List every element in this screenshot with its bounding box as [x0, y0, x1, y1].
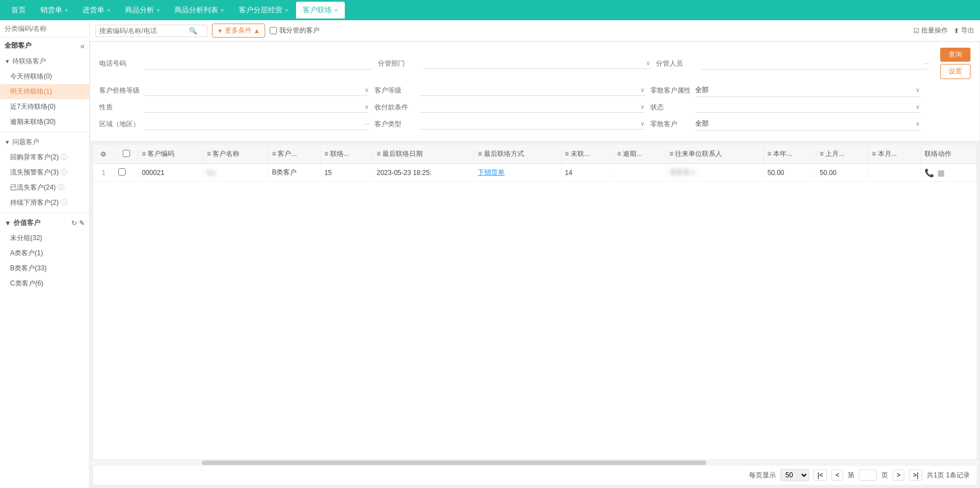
- batch-action-btn[interactable]: ☑ 批量操作: [913, 26, 948, 35]
- close-purchase-icon[interactable]: ×: [107, 7, 110, 13]
- close-customer-contact-icon[interactable]: ×: [334, 7, 338, 13]
- sidebar: 🔍 全部客户 « ▼ 待联络客户 今天待联络(0) 明天待联络(1) 近7天待联…: [0, 20, 90, 488]
- filter-price-level-select[interactable]: ∨: [144, 85, 369, 96]
- edit-icon[interactable]: ✎: [79, 219, 85, 227]
- sidebar-item-b-class[interactable]: B类客户(33): [0, 261, 89, 276]
- filter-dept: 分管部门 ∨: [378, 58, 651, 69]
- customer-code: 000021: [138, 164, 204, 182]
- close-customer-tier-icon[interactable]: ×: [285, 7, 288, 13]
- th-overdue[interactable]: ≡ 逾期...: [613, 145, 665, 164]
- last-contact-link[interactable]: 下销货单: [478, 168, 505, 176]
- sidebar-search-input[interactable]: [4, 25, 89, 33]
- filter-nature-label: 性质: [99, 103, 144, 112]
- filter-nature-select[interactable]: ∨: [144, 102, 369, 113]
- th-last-month[interactable]: ≡ 上月...: [816, 145, 868, 164]
- my-customer-toggle[interactable]: 我分管的客户: [270, 26, 320, 35]
- th-contacts[interactable]: ≡ 往来单位联系人: [666, 145, 764, 164]
- nav-item-analysis-list[interactable]: 商品分析列表 ×: [168, 2, 230, 19]
- sidebar-group-pending[interactable]: ▼ 待联络客户: [0, 54, 89, 69]
- toolbar-right: ☑ 批量操作 ⬆ 导出: [913, 26, 974, 35]
- my-customer-checkbox[interactable]: [270, 27, 277, 34]
- row-checkbox[interactable]: [118, 168, 126, 176]
- table-actions: 📞 ▦: [924, 168, 973, 177]
- th-last-date[interactable]: ≡ 最后联络日期: [373, 145, 474, 164]
- next-page-btn[interactable]: >: [893, 469, 904, 481]
- close-sales-icon[interactable]: ×: [64, 7, 68, 13]
- row-checkbox-cell: [114, 164, 138, 182]
- filter-retail-attr-select[interactable]: 全部 ∨: [695, 84, 920, 97]
- filter-payment-select[interactable]: ∨: [419, 102, 644, 113]
- sidebar-all-customers[interactable]: 全部客户 «: [0, 38, 89, 54]
- close-analysis-list-icon[interactable]: ×: [220, 7, 224, 13]
- filter-region-input[interactable]: ···: [144, 118, 369, 130]
- sidebar-item-declining[interactable]: 持续下滑客户(2) ⓘ: [0, 195, 89, 210]
- sidebar-item-churned[interactable]: 已流失客户(24) ⓘ: [0, 180, 89, 195]
- sidebar-group-problem[interactable]: ▼ 问题客户: [0, 135, 89, 150]
- close-analysis-icon[interactable]: ×: [156, 7, 160, 13]
- th-last-method[interactable]: ≡ 最后联络方式: [474, 145, 561, 164]
- main-layout: 🔍 全部客户 « ▼ 待联络客户 今天待联络(0) 明天待联络(1) 近7天待联…: [0, 20, 980, 488]
- setting-btn[interactable]: 设置: [940, 64, 970, 79]
- th-contact-count[interactable]: ≡ 联络...: [321, 145, 373, 164]
- search-input[interactable]: [99, 27, 189, 35]
- filter-manager-select[interactable]: ···: [701, 58, 929, 70]
- nav-home[interactable]: 首页: [4, 2, 33, 19]
- export-btn[interactable]: ⬆ 导出: [954, 26, 974, 35]
- th-uncontacted[interactable]: ≡ 未联...: [561, 145, 613, 164]
- last-page-btn[interactable]: >|: [909, 469, 922, 481]
- scrollbar-thumb[interactable]: [202, 461, 706, 465]
- th-gear[interactable]: ⚙: [93, 145, 114, 164]
- per-page-select[interactable]: 50 100 200: [780, 469, 809, 481]
- first-page-btn[interactable]: |<: [813, 469, 827, 481]
- sidebar-item-c-class[interactable]: C类客户(6): [0, 276, 89, 291]
- th-type[interactable]: ≡ 客户...: [269, 145, 321, 164]
- sidebar-item-churn-warning[interactable]: 流失预警客户(3) ⓘ: [0, 165, 89, 180]
- sidebar-item-7days[interactable]: 近7天待联络(0): [0, 99, 89, 114]
- total-label: 共1页 1条记录: [927, 471, 970, 480]
- sidebar-item-tomorrow[interactable]: 明天待联络(1): [0, 84, 89, 99]
- sidebar-item-repurchase[interactable]: 回购异常客户(2) ⓘ: [0, 150, 89, 165]
- filter-retail-customer-select[interactable]: 全部 ∨: [695, 117, 920, 131]
- nav-item-customer-contact[interactable]: 客户联络 ×: [296, 2, 344, 19]
- nav-item-purchase[interactable]: 进货单 ×: [76, 2, 117, 19]
- prev-page-btn[interactable]: <: [831, 469, 843, 481]
- filter-customer-type-select[interactable]: ∨: [419, 118, 644, 130]
- filter-retail-attr-label: 零散客户属性: [650, 86, 695, 95]
- filter-btn[interactable]: ▼ 更多条件 ▲: [212, 24, 265, 38]
- refresh-icon[interactable]: ↻: [71, 219, 77, 227]
- horizontal-scrollbar[interactable]: [90, 459, 980, 465]
- sidebar-item-today[interactable]: 今天待联络(0): [0, 69, 89, 84]
- grid-action-icon[interactable]: ▦: [937, 168, 945, 177]
- filter-customer-level-select[interactable]: ∨: [419, 85, 644, 96]
- phone-action-icon[interactable]: 📞: [924, 168, 934, 177]
- nav-item-customer-tier[interactable]: 客户分层经营 ×: [232, 2, 295, 19]
- filter-dept-select[interactable]: ∨: [423, 58, 651, 69]
- sidebar-group-value[interactable]: ▼ 价值客户 ↻ ✎: [0, 215, 89, 231]
- select-all-checkbox[interactable]: [123, 150, 130, 157]
- th-name[interactable]: ≡ 客户名称: [204, 145, 269, 164]
- page-unit: 页: [881, 471, 888, 480]
- query-btn[interactable]: 查询: [940, 48, 970, 62]
- pagination: 每页显示 50 100 200 |< < 第 1 页 > >| 共1页 1条记录: [93, 465, 977, 485]
- nav-item-analysis[interactable]: 商品分析 ×: [118, 2, 167, 19]
- filter-customer-level-label: 客户等级: [375, 86, 419, 95]
- filter-phone-input[interactable]: [144, 58, 372, 70]
- filter-icon: ▼: [217, 27, 223, 34]
- chevron-down-icon-2: ∨: [364, 86, 369, 94]
- search-icon[interactable]: 🔍: [189, 27, 197, 35]
- th-code[interactable]: ≡ 客户编码: [138, 145, 204, 164]
- nav-item-sales[interactable]: 销货单 ×: [34, 2, 75, 19]
- filter-retail-customer-label: 零散客户: [650, 119, 695, 129]
- filter-status-select[interactable]: ∨: [695, 102, 920, 113]
- th-this-year[interactable]: ≡ 本年...: [764, 145, 816, 164]
- sidebar-item-a-class[interactable]: A类客户(1): [0, 246, 89, 261]
- collapse-icon[interactable]: «: [80, 42, 85, 50]
- page-input[interactable]: 1: [859, 469, 877, 481]
- filter-payment-label: 收付款条件: [375, 103, 419, 112]
- sidebar-item-overdue[interactable]: 逾期未联络(30): [0, 114, 89, 130]
- th-this-month[interactable]: ≡ 本月...: [868, 145, 921, 164]
- sidebar-item-ungroup[interactable]: 未分组(32): [0, 231, 89, 246]
- filter-row-4: 区域（地区） ··· 客户类型 ∨ 零散客户 全部 ∨: [99, 117, 970, 131]
- this-year-amount: 50.00: [764, 164, 816, 182]
- chevron-down-icon-4: ∨: [916, 86, 920, 94]
